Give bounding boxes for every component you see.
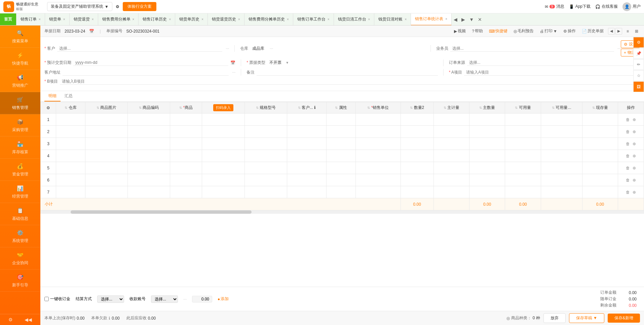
sidebar-item-operations[interactable]: 📊 经营管理 [0,181,40,203]
support-btn[interactable]: 🎧 在线客服 [595,4,618,9]
print-btn[interactable]: 🖨 打印 ▼ [538,28,559,35]
row-copy-1[interactable]: ⊕ [633,117,636,122]
sidebar-item-system[interactable]: ⚙️ 系统管理 [0,225,40,247]
app-download-btn[interactable]: 📱 App下载 [569,4,591,9]
tab-sales-return[interactable]: 销货退货 × [70,13,98,26]
one-key-checkbox[interactable]: 一键收订金 [44,296,70,302]
row-delete-2[interactable]: 🗑 [626,129,630,134]
tab-close-sales-expense[interactable]: × [132,17,135,21]
invoice-arrow[interactable]: ▼ [286,61,289,65]
tab-stats[interactable]: 销售订单统计表 × [411,13,452,26]
right-panel-edit-btn[interactable]: ✏ [633,59,644,70]
row-delete-7[interactable]: 🗑 [626,190,630,195]
tab-reconcile[interactable]: 钱货日清对账 × [374,13,411,26]
a-project-input[interactable] [464,69,640,76]
save-draft-btn[interactable]: 保存草稿 ▼ [569,313,604,323]
calendar2-icon[interactable]: 📅 [230,60,235,65]
tab-nav-prev[interactable]: ◀ [452,13,459,26]
one-key-checkbox-input[interactable] [44,297,49,301]
sidebar-item-purchase[interactable]: 📦 采购管理 [0,114,40,136]
industry-btn[interactable]: 体验行业方案 [123,2,156,11]
view-btn[interactable]: ▶ 视频 [452,28,467,35]
sidebar-item-finance[interactable]: 💰 资金管理 [0,159,40,181]
sidebar-item-inventory[interactable]: 🏪 库存核算 [0,136,40,159]
scan-btn[interactable]: 扫码录入 [213,104,233,111]
account-select[interactable]: 选择... [151,295,178,303]
sidebar-settings-btn[interactable]: ⚙ [8,317,13,322]
tab-close-stats[interactable]: × [445,17,447,21]
sidebar-item-marketing[interactable]: 📢 营销推广 [0,70,40,92]
history-btn[interactable]: 📄 历史单据 [580,28,605,35]
calendar-icon[interactable]: 📅 [89,29,94,34]
operate-btn[interactable]: ⚙ 操作 [562,28,577,35]
tab-detail[interactable]: 明细 [44,91,61,101]
discard-btn[interactable]: 放弃 [543,313,566,323]
add-payment-btn[interactable]: ● 添加 [218,296,229,302]
address-dots[interactable]: ··· [232,70,235,75]
tab-close-expense-history[interactable]: × [287,17,289,21]
table-scroll-track[interactable] [40,210,644,214]
row-copy-7[interactable]: ⊕ [633,190,636,195]
sidebar-collapse-btn[interactable]: ◀◀ [25,317,32,322]
tab-nav-expand[interactable]: ▼ [467,13,476,26]
system-selector[interactable]: 装备及固定资产辅助管理系统 ▼ [47,2,112,11]
tab-close-sales-invoice[interactable]: × [63,17,65,21]
tab-sales-expense[interactable]: 销售费用分摊单 × [98,13,139,26]
salesperson-dots[interactable]: ··· [617,46,621,51]
pager-next[interactable]: ▶ [615,28,622,35]
profit-btn[interactable]: ◎ 毛利预告 [512,28,535,35]
tab-close-sales-order-history[interactable]: × [169,17,171,21]
tab-daily-clear[interactable]: 钱货日清工作台 × [334,13,375,26]
layout-list-btn[interactable]: ≡ [625,28,631,34]
info-icon[interactable]: ℹ [314,105,316,110]
info-icon2[interactable]: ℹ [109,316,110,321]
customer-input[interactable] [57,45,222,52]
sidebar-item-guide[interactable]: 🎯 新手引导 [0,270,40,292]
row-copy-5[interactable]: ⊕ [633,166,636,170]
tab-sales-invoice[interactable]: 销货单 × [45,13,70,26]
row-copy-6[interactable]: ⊕ [633,178,636,182]
tab-nav-next[interactable]: ▶ [459,13,467,26]
tab-close-daily-clear[interactable]: × [368,17,370,21]
tab-sales-order-history[interactable]: 销售订单历史 × [139,13,175,26]
layout-grid-btn[interactable]: ⊞ [633,28,640,34]
sidebar-item-base-info[interactable]: 📋 基础信息 [0,203,40,225]
user-avatar-btn[interactable]: 👤 用户 [622,2,641,11]
note-input[interactable] [257,69,438,76]
payment-method-select[interactable]: 选择... [97,295,124,303]
order-source-input[interactable] [467,59,635,66]
tab-close-return-history[interactable]: × [238,17,240,21]
right-panel-star-btn[interactable]: ☆ [633,70,644,81]
tab-expense-history[interactable]: 销售费用分摊单历史 × [244,13,293,26]
save-new-btn[interactable]: 保存&新增 [608,314,640,323]
row-delete-5[interactable]: 🗑 [626,166,630,170]
th-settings[interactable]: ⚙ [41,102,56,114]
tab-close-sales-order[interactable]: × [39,17,41,21]
right-panel-pin-btn[interactable]: 📌 [633,48,644,59]
row-delete-3[interactable]: 🗑 [626,141,630,146]
row-delete-1[interactable]: 🗑 [626,117,630,122]
settings-gear[interactable]: ⚙ [116,4,119,9]
row-copy-3[interactable]: ⊕ [633,141,636,146]
right-panel-image-btn[interactable]: 🖼 [633,81,644,92]
account-dots[interactable]: ··· [183,297,187,301]
th-scan[interactable]: 扫码录入 [202,102,244,114]
row-copy-4[interactable]: ⊕ [633,154,636,158]
tab-invoice-history[interactable]: 销货单历史 × [175,13,208,26]
tab-close-workbench[interactable]: × [328,17,330,21]
help-btn[interactable]: ? 帮助 [470,28,485,35]
sidebar-item-enterprise[interactable]: 🤝 企业协同 [0,247,40,270]
tab-close-reconcile[interactable]: × [405,17,407,21]
sidebar-item-quick-nav[interactable]: ⚡ 快捷导航 [0,48,40,70]
tab-home[interactable]: 首页 [0,13,16,26]
sidebar-item-sales[interactable]: 🛒 销售管理 [0,92,40,114]
tab-close-sales-return[interactable]: × [92,17,94,21]
right-panel-settings-btn[interactable]: ⚙ [633,37,644,48]
tab-workbench[interactable]: 销售订单工作台 × [293,13,334,26]
tab-sales-order[interactable]: 销售订单 × [16,13,45,26]
salesperson-input[interactable] [450,45,614,52]
pager-prev[interactable]: ◀ [608,28,615,35]
shortcut-btn[interactable]: ⌨ 快捷键 [487,28,509,35]
row-delete-6[interactable]: 🗑 [626,178,630,182]
table-settings-icon[interactable]: ⚙ [46,106,50,110]
